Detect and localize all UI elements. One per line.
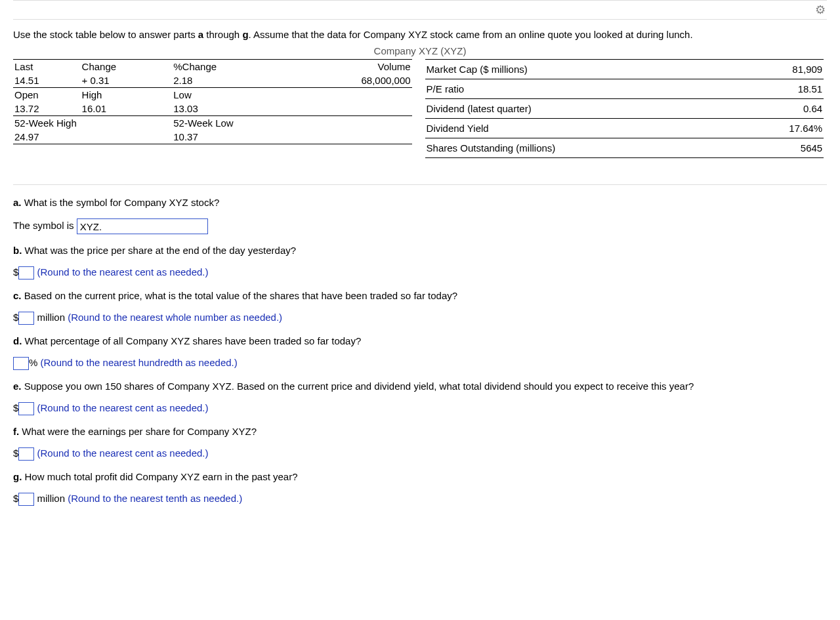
kv-label: Dividend Yield [425,119,738,138]
answer-b: $ (Round to the nearest cent as needed.) [13,266,827,279]
gear-icon[interactable]: ⚙ [815,3,827,17]
question-d-text: What percentage of all Company XYZ share… [22,335,361,346]
question-d-label: d. [13,335,22,346]
cell-52low-val: 10.37 [172,130,411,144]
question-e-text: Suppose you own 150 shares of Company XY… [22,381,694,392]
cell-low-label: Low [172,88,284,102]
answer-d-input[interactable] [13,357,29,370]
answer-g: $ million (Round to the nearest tenth as… [13,493,827,506]
question-b-text: What was the price per share at the end … [22,245,296,256]
question-b-label: b. [13,245,22,256]
answer-d-unit: % [29,357,41,368]
cell-52low-label: 52-Week Low [172,116,411,131]
question-b: b. What was the price per share at the e… [13,245,827,256]
cell-high-val: 16.01 [81,102,173,116]
question-g-label: g. [13,471,22,482]
intro-text: Use the stock table below to answer part… [13,29,827,40]
question-a: a. What is the symbol for Company XYZ st… [13,197,827,208]
quote-table-left: Last Change %Change Volume 14.51 + 0.31 … [13,59,412,144]
intro-mid: through [203,29,242,40]
kv-value: 17.64% [738,119,824,138]
intro-g: g [242,29,248,40]
answer-f-input[interactable] [18,447,34,461]
question-a-label: a. [13,197,22,208]
cell-pctchange-label: %Change [172,60,284,74]
toolbar: ⚙ [13,0,827,20]
table-row: Dividend (latest quarter) 0.64 [425,99,824,119]
answer-e-hint: (Round to the nearest cent as needed.) [34,402,208,413]
question-c-text: Based on the current price, what is the … [22,290,458,301]
answer-b-input[interactable] [18,266,34,279]
cell-52high-label: 52-Week High [13,116,172,131]
quote-table-right: Market Cap ($ millions) 81,909 P/E ratio… [425,59,824,158]
kv-label: Dividend (latest quarter) [425,99,738,119]
kv-label: Shares Outstanding (millions) [425,138,738,158]
question-f-label: f. [13,426,19,437]
cell-low-val: 13.03 [172,102,284,116]
kv-value: 81,909 [738,60,824,79]
question-e-label: e. [13,381,22,392]
cell-last-label: Last [13,60,81,74]
table-row: Shares Outstanding (millions) 5645 [425,138,824,158]
cell-pctchange-val: 2.18 [172,73,284,88]
cell-last-val: 14.51 [13,73,81,88]
kv-value: 5645 [738,138,824,158]
cell-change-label: Change [81,60,173,74]
answer-c-input[interactable] [18,312,34,325]
answer-a: The symbol is [13,218,827,234]
answer-b-hint: (Round to the nearest cent as needed.) [34,266,208,278]
answer-a-pre: The symbol is [13,220,77,231]
cell-52high-val: 24.97 [13,130,172,144]
dollar-prefix: $ [13,402,18,413]
cell-open-label: Open [13,88,81,102]
answer-c-hint: (Round to the nearest whole number as ne… [68,312,282,323]
cell-high-label: High [81,88,173,102]
dollar-prefix: $ [13,266,18,278]
answer-d-hint: (Round to the nearest hundredth as neede… [41,357,238,368]
answer-f-hint: (Round to the nearest cent as needed.) [34,447,208,459]
question-d: d. What percentage of all Company XYZ sh… [13,335,827,346]
table-row: P/E ratio 18.51 [425,79,824,99]
kv-value: 0.64 [738,99,824,119]
answer-g-hint: (Round to the nearest tenth as needed.) [68,493,242,504]
cell-volume-label: Volume [285,60,412,74]
dollar-prefix: $ [13,493,18,504]
answer-f: $ (Round to the nearest cent as needed.) [13,447,827,461]
answer-c: $ million (Round to the nearest whole nu… [13,312,827,325]
intro-pre: Use the stock table below to answer part… [13,29,198,40]
kv-value: 18.51 [738,79,824,99]
question-e: e. Suppose you own 150 shares of Company… [13,381,827,392]
answer-e-input[interactable] [18,402,34,415]
question-c-label: c. [13,290,22,301]
question-a-text: What is the symbol for Company XYZ stock… [22,197,220,208]
question-g-text: How much total profit did Company XYZ ea… [22,471,297,482]
cell-volume-val: 68,000,000 [285,73,412,88]
intro-a: a [198,29,203,40]
divider [13,184,827,185]
kv-label: Market Cap ($ millions) [425,60,738,79]
table-row: Market Cap ($ millions) 81,909 [425,60,824,79]
answer-d: % (Round to the nearest hundredth as nee… [13,357,827,370]
dollar-prefix: $ [13,312,18,323]
stock-tables: Last Change %Change Volume 14.51 + 0.31 … [13,59,827,158]
question-g: g. How much total profit did Company XYZ… [13,471,827,482]
kv-label: P/E ratio [425,79,738,99]
answer-g-input[interactable] [18,493,34,506]
question-f-text: What were the earnings per share for Com… [19,426,257,437]
dollar-prefix: $ [13,447,18,459]
answer-c-unit: million [34,312,68,323]
cell-change-val: + 0.31 [81,73,173,88]
cell-open-val: 13.72 [13,102,81,116]
answer-g-unit: million [34,493,68,504]
question-f: f. What were the earnings per share for … [13,426,827,437]
table-row: Dividend Yield 17.64% [425,119,824,138]
answer-a-input[interactable] [77,218,208,234]
question-c: c. Based on the current price, what is t… [13,290,827,301]
intro-post: . Assume that the data for Company XYZ s… [249,29,693,40]
answer-e: $ (Round to the nearest cent as needed.) [13,402,827,415]
company-title: Company XYZ (XYZ) [13,45,827,56]
